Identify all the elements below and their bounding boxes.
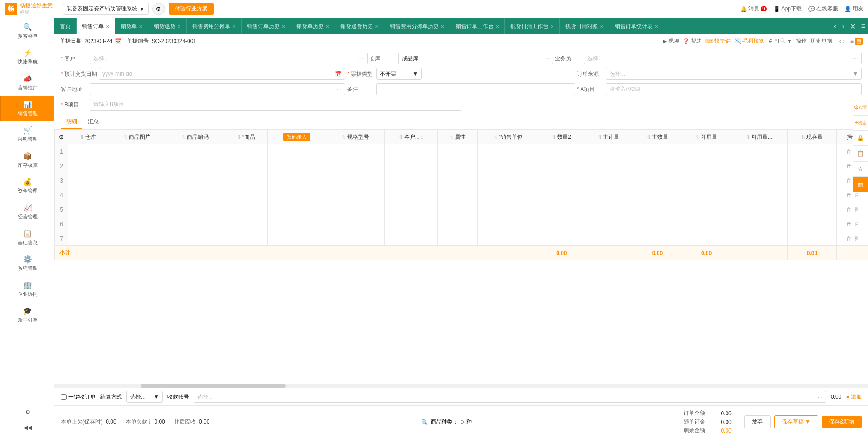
list-view-btn[interactable]: ≡ [850,38,854,45]
trial-button[interactable]: 体验行业方案 [169,3,214,15]
row-main-quantity[interactable] [633,231,682,246]
row-spec-model[interactable] [326,144,384,159]
tab-return-history[interactable]: 销货退货历史 ✕ [335,18,384,34]
warehouse-dots-btn[interactable]: ··· [544,55,550,62]
row-customer-code[interactable] [384,231,437,246]
row-main-quantity[interactable] [633,144,682,159]
row-product-code[interactable] [166,188,224,202]
row-spec-model[interactable] [326,217,384,231]
next-record-btn[interactable]: › [843,38,845,44]
row-quantity2[interactable] [539,159,584,173]
tab-home[interactable]: 首页 [54,18,77,34]
payment-method-select[interactable]: 选择... ▼ [126,391,163,403]
close-expense-split-history-tab[interactable]: ✕ [441,24,444,29]
sidebar-item-guide[interactable]: 🎓 新手引导 [0,302,54,328]
row-spec-model[interactable] [326,231,384,246]
row-main-quantity[interactable] [633,159,682,173]
sidebar-item-quicknav[interactable]: ⚡ 快捷导航 [0,44,54,70]
tab-close-all-btn[interactable]: ✕ [847,22,858,31]
salesperson-dots-btn[interactable]: ··· [853,55,858,62]
close-bill-history-tab[interactable]: ✕ [325,24,329,29]
close-order-history-tab[interactable]: ✕ [281,24,285,29]
receipt-account-input[interactable]: 选择... ··· [194,391,826,403]
row-product[interactable] [224,217,268,231]
discard-button[interactable]: 放弃 [744,415,771,428]
row-warehouse[interactable] [68,144,108,159]
close-workbench-tab[interactable]: ✕ [495,24,499,29]
tab-cash-daily-workbench[interactable]: 钱货日清工作台 ✕ [505,18,560,34]
row-main-quantity[interactable] [633,188,682,202]
online-service-btn[interactable]: 💬 在线客服 [808,5,838,13]
profit-preview-btn[interactable]: 📉 毛利预览 [734,37,764,45]
calendar-icon[interactable]: 📅 [115,38,121,44]
sidebar-item-enterprise[interactable]: 🏢 企业协同 [0,276,54,302]
grid-view-btn[interactable]: ▦ [855,38,863,45]
row-quantity2[interactable] [539,188,584,202]
save-draft-button[interactable]: 保存草稿 ▼ [774,415,818,428]
customer-address-input[interactable]: ··· [90,83,345,95]
right-lock-btn[interactable]: 🔒 [853,130,868,146]
sidebar-item-marketing[interactable]: 📣 营销推广 [0,70,54,96]
tab-sales-bill[interactable]: 销货单 ✕ [115,18,148,34]
sidebar-item-finance[interactable]: 💰 资金管理 [0,173,54,199]
row-attributes[interactable] [437,173,477,188]
salesperson-input[interactable]: 选择... ··· [584,53,862,64]
app-download-btn[interactable]: 📱 App下载 [773,5,802,13]
delete-row-icon[interactable]: 🗑 [846,236,852,242]
row-spec-model[interactable] [326,202,384,217]
scan-entry-btn[interactable]: 扫码录入 [283,133,310,141]
row-sales-unit[interactable] [477,173,539,188]
tab-sales-bill-history[interactable]: 销货单历史 ✕ [291,18,335,34]
sidebar-item-operations[interactable]: 📈 经营管理 [0,199,54,225]
row-attributes[interactable] [437,202,477,217]
sidebar-item-basic[interactable]: 📋 基础信息 [0,225,54,250]
help-btn[interactable]: ❓ 帮助 [683,37,702,45]
row-customer-code[interactable] [384,217,437,231]
row-main-quantity[interactable] [633,173,682,188]
delivery-date-input[interactable]: yyyy-mm-dd 📅 [99,68,345,80]
right-star-btn[interactable]: ☆ [853,161,868,177]
row-warehouse[interactable] [68,188,108,202]
close-sales-return-tab[interactable]: ✕ [177,24,181,29]
a-project-input[interactable]: 请输入A项目 [606,83,862,95]
delivery-calendar-icon[interactable]: 📅 [335,71,342,77]
sidebar-bottom-settings[interactable]: ⚙ [24,406,30,418]
row-main-quantity[interactable] [633,202,682,217]
tab-more-btn[interactable]: ≡ [858,22,868,30]
close-stats-tab[interactable]: ✕ [655,24,658,29]
save-new-button[interactable]: 保存&新增 [822,416,862,428]
row-product[interactable] [224,188,268,202]
row-sales-unit[interactable] [477,202,539,217]
history-btn[interactable]: 历史单据 [810,37,832,45]
row-attributes[interactable] [437,231,477,246]
close-return-history-tab[interactable]: ✕ [375,24,378,29]
close-sales-order-tab[interactable]: ✕ [106,24,109,29]
sub-tab-summary[interactable]: 汇总 [82,115,104,129]
sub-tab-detail[interactable]: 明细 [61,115,82,129]
tab-sales-return[interactable]: 销货退货 ✕ [148,18,187,34]
row-spec-model[interactable] [326,188,384,202]
shortcut-btn[interactable]: ⌨ 快捷键 [705,37,731,45]
right-settings-btn[interactable]: ⚙ 设置 [853,100,868,115]
prev-record-btn[interactable]: ‹ [839,38,841,44]
close-cash-workbench-tab[interactable]: ✕ [550,24,554,29]
copy-row-icon[interactable]: ⎘ [855,236,858,242]
row-product-code[interactable] [166,144,224,159]
close-sales-bill-tab[interactable]: ✕ [139,24,142,29]
row-product-code[interactable] [166,231,224,246]
row-quantity2[interactable] [539,231,584,246]
row-customer-code[interactable] [384,188,437,202]
sidebar-item-inventory[interactable]: 📦 库存核算 [0,147,54,173]
receipt-dots-btn[interactable]: ··· [817,393,823,400]
row-quantity2[interactable] [539,217,584,231]
row-customer-code[interactable] [384,173,437,188]
row-spec-model[interactable] [326,173,384,188]
row-quantity2[interactable] [539,173,584,188]
one-click-order-checkbox[interactable] [61,394,67,400]
row-product[interactable] [224,202,268,217]
system-selector[interactable]: 装备及固定资产辅助管理系统 ▼ [63,3,149,15]
sidebar-item-search[interactable]: 🔍 搜索菜单 [0,18,54,44]
row-product[interactable] [224,231,268,246]
sidebar-item-sales[interactable]: 📊 销售管理 [0,96,54,121]
view-btn[interactable]: ▶ 视频 [663,37,679,45]
